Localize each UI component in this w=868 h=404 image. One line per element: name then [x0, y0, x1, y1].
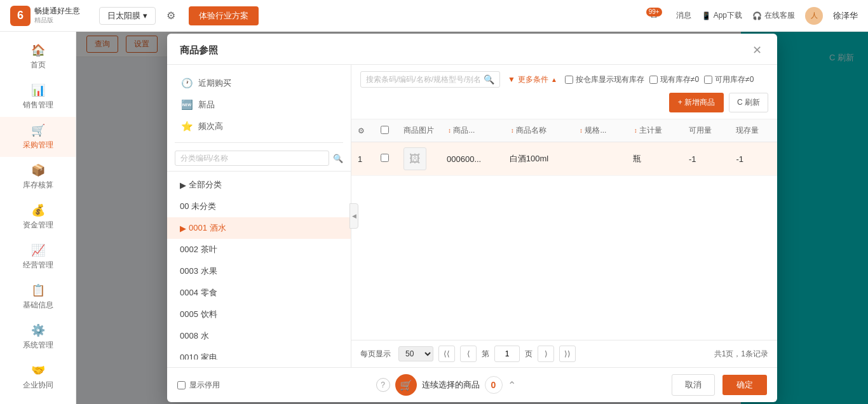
- table-row[interactable]: 1 🖼 000600... 白酒100ml: [351, 142, 777, 176]
- select-all-checkbox[interactable]: [381, 126, 389, 134]
- modal-overlay: 商品参照 ✕ 🕐 近期购买 🆕: [76, 32, 868, 404]
- col-header-code[interactable]: ↕ 商品...: [440, 119, 503, 142]
- category-search-icon[interactable]: 🔍: [333, 154, 343, 163]
- phone-icon: 📱: [702, 11, 711, 20]
- sidebar-item-finance[interactable]: 💰 资金管理: [0, 197, 76, 237]
- cat-0001-arrow: ▶: [180, 224, 186, 233]
- sidebar-item-collab[interactable]: 🤝 企业协同: [0, 357, 76, 397]
- cat-0003[interactable]: 0003 水果: [167, 260, 351, 282]
- sidebar-item-inventory[interactable]: 📦 库存核算: [0, 157, 76, 197]
- sidebar-label-sales: 销售管理: [23, 100, 53, 111]
- app-name: 畅捷通好生意: [34, 6, 80, 17]
- sidebar-label-home: 首页: [31, 60, 46, 71]
- home-icon: 🏠: [31, 43, 45, 57]
- cat-0002[interactable]: 0002 茶叶: [167, 239, 351, 260]
- stock-ne0-filter[interactable]: 现有库存≠0: [649, 74, 699, 85]
- col-header-unit[interactable]: ↕ 主计量: [627, 119, 682, 142]
- stock-ne0-checkbox[interactable]: [649, 76, 658, 84]
- cart-button[interactable]: 🛒: [395, 374, 417, 396]
- show-disabled-label[interactable]: 显示停用: [177, 380, 220, 391]
- row-checkbox[interactable]: [381, 154, 389, 162]
- cat-0001[interactable]: ▶ 0001 酒水: [167, 217, 351, 239]
- message-icon-wrap[interactable]: ✉ 99+: [651, 11, 657, 20]
- row-spec: [572, 142, 627, 176]
- available-ne0-filter[interactable]: 可用库存≠0: [704, 74, 754, 85]
- app-logo: 6: [10, 6, 31, 26]
- col-header-available[interactable]: 可用量: [682, 119, 730, 142]
- settings-col-icon[interactable]: ⚙: [358, 126, 365, 135]
- page-last-btn[interactable]: ⟩⟩: [559, 346, 576, 362]
- cat-0004-label: 0004 零食: [180, 287, 217, 299]
- filter-icon: ▼: [508, 75, 515, 84]
- category-search-input[interactable]: [175, 151, 329, 166]
- page-number-input[interactable]: [494, 346, 520, 362]
- online-service-link[interactable]: 🎧 在线客服: [752, 10, 795, 21]
- confirm-button[interactable]: 确定: [722, 375, 767, 395]
- tab-recent-purchase[interactable]: 🕐 近期购买: [175, 72, 343, 94]
- cat-00[interactable]: 00 未分类: [167, 196, 351, 217]
- tab-high-freq[interactable]: ⭐ 频次高: [175, 116, 343, 137]
- sidebar-item-system[interactable]: ⚙️ 系统管理: [0, 317, 76, 357]
- page-first-btn[interactable]: ⟨⟨: [438, 346, 455, 362]
- cancel-button[interactable]: 取消: [672, 374, 715, 396]
- product-search-input[interactable]: [366, 75, 480, 84]
- sidebar-item-basic[interactable]: 📋 基础信息: [0, 277, 76, 317]
- settings-icon[interactable]: ⚙: [161, 6, 181, 26]
- more-filter-label: 更多条件: [518, 74, 548, 85]
- sidebar-item-business[interactable]: 📈 经营管理: [0, 237, 76, 277]
- cat-all-label: 全部分类: [189, 179, 222, 191]
- col-header-num: ⚙: [351, 119, 374, 142]
- per-page-select[interactable]: 50 100 200: [398, 346, 433, 361]
- cat-0004[interactable]: 0004 零食: [167, 282, 351, 304]
- app-download-link[interactable]: 📱 App下载: [702, 10, 742, 21]
- col-header-spec[interactable]: ↕ 规格...: [572, 119, 627, 142]
- sidebar-label-basic: 基础信息: [23, 300, 53, 311]
- sidebar-item-purchase[interactable]: 🛒 采购管理: [0, 117, 76, 157]
- trial-button[interactable]: 体验行业方案: [189, 6, 259, 25]
- add-product-btn[interactable]: + 新增商品: [669, 93, 724, 112]
- page-prev-btn[interactable]: ⟨: [460, 346, 477, 362]
- cat-all[interactable]: ▶ 全部分类: [167, 174, 351, 196]
- filter-collapse-icon: ▲: [551, 76, 557, 83]
- toolbar-right: + 新增商品 C 刷新: [669, 93, 768, 112]
- row-img: 🖼: [397, 142, 440, 176]
- footer-collapse-icon[interactable]: ⌃: [508, 379, 516, 391]
- available-ne0-label: 可用库存≠0: [715, 74, 754, 85]
- app-download-label: App下载: [714, 10, 742, 21]
- sort-icon-unit: ↕: [634, 127, 637, 134]
- warehouse-checkbox[interactable]: [565, 76, 573, 84]
- nav-selector-arrow: ▾: [143, 11, 147, 20]
- user-avatar[interactable]: 人: [805, 7, 823, 25]
- available-ne0-checkbox[interactable]: [704, 76, 712, 84]
- sidebar: 🏠 首页 📊 销售管理 🛒 采购管理 📦 库存核算 💰 资金管理 📈 经营管理 …: [0, 32, 76, 404]
- product-image: 🖼: [403, 147, 426, 170]
- topbar-right: ✉ 99+ 消息 📱 App下载 🎧 在线客服 人 徐泽华: [651, 7, 858, 25]
- more-filter-btn[interactable]: ▼ 更多条件 ▲: [505, 72, 560, 88]
- cat-0010[interactable]: 0010 家电: [167, 347, 351, 360]
- sidebar-item-guide[interactable]: 🎯 新手引导: [0, 397, 76, 404]
- sidebar-item-sales[interactable]: 📊 销售管理: [0, 77, 76, 117]
- collab-icon: 🤝: [31, 363, 45, 377]
- tab-new-product[interactable]: 🆕 新品: [175, 94, 343, 116]
- product-search-icon[interactable]: 🔍: [484, 74, 494, 84]
- cat-0005[interactable]: 0005 饮料: [167, 304, 351, 325]
- col-header-name[interactable]: ↕ 商品名称: [503, 119, 572, 142]
- row-checkbox-cell[interactable]: [374, 142, 397, 176]
- show-disabled-checkbox[interactable]: [177, 381, 186, 389]
- warehouse-filter[interactable]: 按仓库显示现有库存: [565, 74, 644, 85]
- sidebar-label-inventory: 库存核算: [23, 180, 53, 191]
- refresh-btn[interactable]: C 刷新: [729, 93, 768, 112]
- product-search-box[interactable]: 🔍: [360, 71, 500, 88]
- category-search-area: 🔍: [167, 148, 351, 171]
- nav-selector[interactable]: 日太阳膜 ▾: [99, 7, 156, 25]
- modal-footer: 显示停用 ? 🛒 连续选择的商品 0 ⌃ 取消 确定: [167, 367, 777, 402]
- divider: [175, 142, 343, 143]
- left-tabs: 🕐 近期购买 🆕 新品 ⭐ 频次高: [167, 72, 351, 142]
- product-table-wrap: ⚙ 商品图片: [351, 119, 777, 340]
- sidebar-item-home[interactable]: 🏠 首页: [0, 37, 76, 77]
- left-panel-collapse-btn[interactable]: ◀: [349, 203, 358, 229]
- help-icon[interactable]: ?: [376, 378, 390, 392]
- modal-close-button[interactable]: ✕: [749, 43, 764, 58]
- cat-0008[interactable]: 0008 水: [167, 325, 351, 347]
- page-next-btn[interactable]: ⟩: [538, 346, 554, 362]
